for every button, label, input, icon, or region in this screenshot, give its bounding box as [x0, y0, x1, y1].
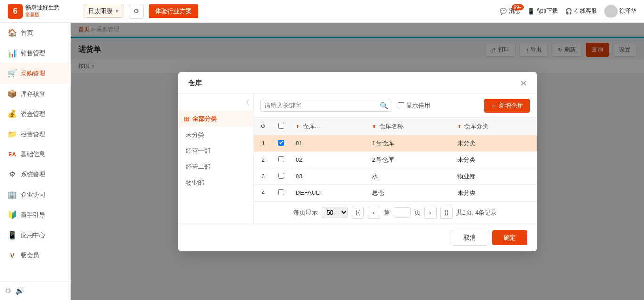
sidebar-item-sales[interactable]: 📊 销售管理	[0, 43, 70, 63]
row-code: 02	[290, 151, 366, 168]
svg-point-0	[609, 8, 613, 12]
th-category: ⬆ 仓库分类	[452, 118, 537, 135]
category-all[interactable]: ⊞ 全部分类	[178, 111, 253, 127]
logo-area: 6 畅康通好生意 搭赢版	[8, 4, 78, 19]
last-page-button[interactable]: ⟩⟩	[440, 207, 453, 219]
row-name: 水	[366, 168, 451, 184]
table-row[interactable]: 1 01 1号仓库 未分类	[254, 135, 537, 151]
sidebar-item-enterprise[interactable]: 🏢 企业协同	[0, 184, 70, 205]
sales-icon: 📊	[8, 49, 17, 58]
confirm-button[interactable]: 确定	[492, 230, 527, 245]
logo-text: 畅康通好生意	[25, 4, 59, 12]
search-input[interactable]	[264, 102, 380, 109]
pagination: 每页显示 50 100 ⟨⟨ ‹ 第 1 页 › ⟩⟩	[254, 201, 537, 224]
category-item-1[interactable]: 经营一部	[178, 143, 253, 159]
guide-icon: 🔰	[8, 210, 17, 219]
table-row[interactable]: 2 02 2号仓库 未分类	[254, 151, 537, 168]
message-badge: 99+	[512, 4, 524, 10]
th-settings[interactable]: ⚙	[254, 118, 272, 135]
sidebar: 🏠 首页 📊 销售管理 🛒 采购管理 📦 库存核查 💰 资金管理 📁 经营管理 …	[0, 23, 71, 300]
store-selector[interactable]: 日太阳膜 ▾	[83, 5, 124, 18]
apps-icon: 📱	[8, 231, 17, 240]
page-input[interactable]: 1	[394, 207, 411, 218]
first-page-button[interactable]: ⟨⟨	[352, 207, 364, 219]
row-category: 未分类	[452, 151, 537, 168]
modal-close-button[interactable]: ✕	[520, 78, 527, 89]
row-index: 1	[254, 135, 272, 151]
settings-footer-icon[interactable]: ⚙	[5, 286, 11, 295]
modal-overlay: 仓库 ✕ 《 ⊞ 全部分类 未分类 经营一部 经营二部	[71, 23, 644, 300]
next-page-button[interactable]: ›	[424, 207, 437, 219]
page-size-select[interactable]: 50 100	[322, 207, 348, 218]
sidebar-item-guide[interactable]: 🔰 新手引导	[0, 205, 70, 225]
enterprise-icon: 🏢	[8, 190, 17, 199]
online-service-item[interactable]: 🎧 在线客服	[565, 7, 597, 15]
row-checkbox[interactable]	[272, 135, 290, 151]
sidebar-item-home[interactable]: 🏠 首页	[0, 23, 70, 43]
sort-icon-name: ⬆	[372, 124, 376, 129]
row-checkbox[interactable]	[272, 151, 290, 168]
select-all-checkbox[interactable]	[278, 123, 284, 129]
show-disabled-checkbox[interactable]	[398, 102, 404, 108]
message-item[interactable]: 💬 消息 99+	[500, 7, 520, 15]
modal-footer: 取消 确定	[178, 224, 537, 251]
top-header: 6 畅康通好生意 搭赢版 日太阳膜 ▾ ⚙ 体验行业方案 💬 消息 99+ 📱 …	[0, 0, 644, 23]
table-row[interactable]: 4 DEFAULT 总仓 未分类	[254, 184, 537, 201]
category-item-2[interactable]: 经营二部	[178, 159, 253, 175]
sidebar-item-purchase[interactable]: 🛒 采购管理	[0, 63, 70, 83]
home-icon: 🏠	[8, 28, 17, 37]
table-body: 1 01 1号仓库 未分类 2 02	[254, 135, 537, 201]
grid-icon: ⊞	[184, 115, 190, 123]
row-index: 3	[254, 168, 272, 184]
row-name: 2号仓库	[366, 151, 451, 168]
row-index: 4	[254, 184, 272, 201]
row-code: 03	[290, 168, 366, 184]
sidebar-footer: ⚙ 🔊	[0, 281, 70, 300]
sidebar-item-apps[interactable]: 📱 应用中心	[0, 225, 70, 245]
th-name: ⬆ 仓库名称	[366, 118, 451, 135]
speaker-icon[interactable]: 🔊	[15, 286, 25, 295]
row-category: 未分类	[452, 135, 537, 151]
cancel-button[interactable]: 取消	[452, 230, 487, 246]
row-index: 2	[254, 151, 272, 168]
add-warehouse-button[interactable]: ＋ 新增仓库	[484, 99, 530, 113]
user-item[interactable]: 徐泽华	[604, 5, 636, 18]
settings-icon[interactable]: ⚙	[129, 4, 144, 19]
modal-table: ⚙ ⬆ 仓库...	[254, 118, 537, 201]
sidebar-item-member[interactable]: V 畅会员	[0, 245, 70, 265]
row-checkbox[interactable]	[272, 184, 290, 201]
category-item-0[interactable]: 未分类	[178, 127, 253, 143]
sidebar-item-system[interactable]: ⚙ 系统管理	[0, 164, 70, 184]
column-settings-icon[interactable]: ⚙	[260, 123, 266, 130]
sidebar-item-operation[interactable]: 📁 经营管理	[0, 124, 70, 144]
system-icon: ⚙	[8, 170, 17, 179]
collapse-button[interactable]: 《	[178, 99, 253, 111]
sidebar-item-finance[interactable]: 💰 资金管理	[0, 104, 70, 124]
sidebar-item-inventory[interactable]: 📦 库存核查	[0, 83, 70, 104]
modal-right: 🔍 显示停用 ＋ 新增仓库	[254, 94, 537, 224]
th-code: ⬆ 仓库...	[290, 118, 366, 135]
row-category: 未分类	[452, 184, 537, 201]
prev-page-button[interactable]: ‹	[368, 207, 380, 219]
row-category: 物业部	[452, 168, 537, 184]
row-checkbox[interactable]	[272, 168, 290, 184]
purchase-icon: 🛒	[8, 69, 17, 78]
basic-icon: EA	[8, 151, 17, 157]
trial-button[interactable]: 体验行业方案	[149, 4, 198, 18]
svg-point-1	[608, 13, 614, 16]
logo-sub: 搭赢版	[25, 11, 59, 18]
th-checkbox[interactable]	[272, 118, 290, 135]
category-panel: 《 ⊞ 全部分类 未分类 经营一部 经营二部 物业部	[178, 94, 254, 224]
warehouse-modal: 仓库 ✕ 《 ⊞ 全部分类 未分类 经营一部 经营二部	[178, 72, 537, 251]
category-item-3[interactable]: 物业部	[178, 175, 253, 191]
app-download-item[interactable]: 📱 App下载	[528, 7, 558, 15]
table-row[interactable]: 3 03 水 物业部	[254, 168, 537, 184]
show-disabled-label: 显示停用	[398, 101, 430, 110]
main-layout: 🏠 首页 📊 销售管理 🛒 采购管理 📦 库存核查 💰 资金管理 📁 经营管理 …	[0, 23, 644, 300]
logo-icon: 6	[8, 4, 23, 19]
search-input-wrap[interactable]: 🔍	[260, 100, 392, 112]
search-icon[interactable]: 🔍	[380, 102, 388, 109]
table-header: ⚙ ⬆ 仓库...	[254, 118, 537, 135]
avatar	[604, 5, 618, 18]
sidebar-item-basic[interactable]: EA 基础信息	[0, 144, 70, 164]
